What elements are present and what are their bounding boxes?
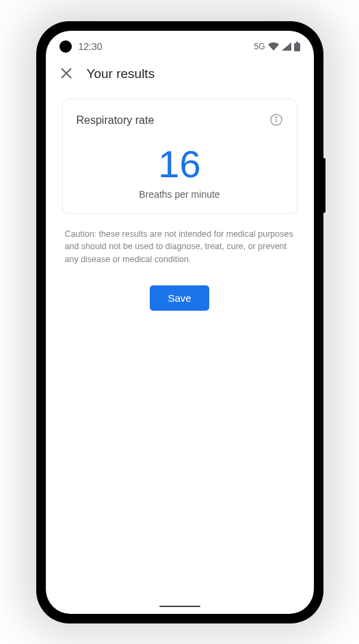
phone-frame: 12:30 5G: [36, 21, 323, 623]
caution-text: Caution: these results are not intended …: [62, 228, 297, 266]
svg-point-6: [276, 116, 277, 118]
power-button: [323, 158, 325, 213]
result-card: Respiratory rate 16 Breaths per minute: [62, 99, 297, 214]
content-area: Respiratory rate 16 Breaths per minute: [46, 93, 314, 316]
card-title: Respiratory rate: [77, 114, 155, 127]
home-indicator[interactable]: [159, 606, 200, 607]
card-header: Respiratory rate: [77, 113, 283, 129]
phone-screen: 12:30 5G: [46, 31, 314, 614]
camera-hole: [59, 40, 72, 53]
close-button[interactable]: [59, 66, 73, 82]
status-bar-right: 5G: [254, 42, 300, 51]
info-icon: [269, 113, 283, 129]
info-button[interactable]: [269, 113, 283, 129]
svg-rect-1: [294, 43, 300, 51]
result-unit: Breaths per minute: [77, 189, 283, 200]
save-button[interactable]: Save: [150, 285, 209, 311]
wifi-icon: [268, 42, 279, 51]
result-value: 16: [77, 145, 283, 183]
status-bar-left: 12:30: [59, 40, 103, 53]
battery-icon: [294, 42, 300, 51]
status-bar: 12:30 5G: [46, 31, 314, 58]
app-header: Your results: [46, 58, 314, 93]
close-icon: [59, 66, 73, 82]
page-title: Your results: [87, 66, 155, 81]
network-label: 5G: [254, 42, 265, 51]
signal-icon: [282, 42, 291, 51]
status-time: 12:30: [79, 41, 103, 52]
svg-rect-0: [296, 42, 298, 43]
